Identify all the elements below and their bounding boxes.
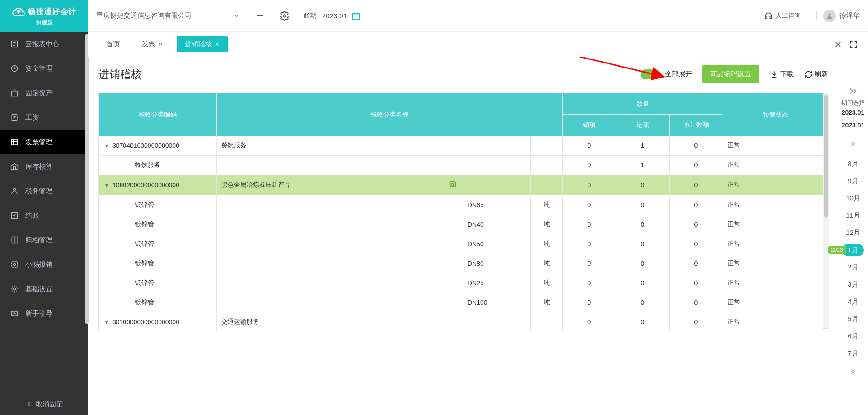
rail-down-icon[interactable] bbox=[848, 365, 858, 375]
table-row[interactable]: 餐饮服务010正常 bbox=[99, 156, 828, 175]
cell-out: 0 bbox=[563, 293, 616, 312]
cell-name bbox=[217, 156, 463, 175]
cell-spec bbox=[463, 175, 531, 195]
tab-close-icon[interactable]: ✕ bbox=[158, 41, 163, 48]
table-row[interactable]: ▾3070401000000000000餐饮服务010正常 bbox=[99, 136, 828, 156]
download-label: 下载 bbox=[780, 70, 794, 78]
sidebar-item-2[interactable]: 固定资产 bbox=[0, 81, 88, 105]
product-code-settings-button[interactable]: 商品编码设置 bbox=[702, 65, 759, 83]
cell-code: 镀锌管 bbox=[99, 234, 217, 254]
rail-up-icon[interactable] bbox=[848, 140, 858, 150]
rail-month-3月[interactable]: 3月 bbox=[848, 278, 858, 290]
th-status: 预警状态 bbox=[723, 93, 828, 136]
table-row[interactable]: 镀锌管DN25吨000正常 bbox=[99, 273, 828, 293]
rail-month-7月[interactable]: 7月 bbox=[848, 347, 858, 359]
year-badge: 2023 bbox=[828, 246, 846, 254]
download-icon bbox=[770, 70, 778, 78]
rail-month-10月[interactable]: 10月 bbox=[846, 192, 860, 204]
cell-sum: 0 bbox=[670, 254, 723, 273]
table-row[interactable]: ▾1080200000000000000黑色金属冶炼及压延产品000正常 bbox=[99, 175, 828, 195]
svg-rect-6 bbox=[11, 212, 17, 218]
calendar-icon[interactable] bbox=[352, 11, 361, 20]
tree-toggle-icon[interactable]: ▾ bbox=[103, 181, 110, 189]
cell-spec: DN65 bbox=[463, 195, 531, 215]
zoom-icon[interactable] bbox=[449, 181, 458, 190]
cell-sum: 0 bbox=[670, 195, 723, 215]
avatar[interactable] bbox=[823, 10, 836, 22]
nav-label: 工资 bbox=[25, 113, 39, 122]
cell-spec bbox=[463, 136, 531, 156]
cell-in: 0 bbox=[616, 175, 670, 195]
table-row[interactable]: 镀锌管DN80吨000正常 bbox=[99, 254, 828, 273]
tab-0[interactable]: 首页 bbox=[98, 36, 128, 52]
cell-spec: DN40 bbox=[463, 215, 531, 234]
rail-month-11月[interactable]: 11月 bbox=[846, 210, 860, 221]
rail-month-8月[interactable]: 8月 bbox=[848, 158, 858, 170]
cell-name bbox=[217, 215, 463, 234]
sidebar-item-6[interactable]: 税务管理 bbox=[0, 179, 88, 203]
nav-icon-10 bbox=[10, 284, 19, 293]
sidebar-item-3[interactable]: 工资 bbox=[0, 105, 88, 130]
user-icon bbox=[826, 12, 833, 20]
sidebar-item-1[interactable]: 资金管理 bbox=[0, 56, 88, 81]
table-row[interactable]: ▾3010000000000000000交通运输服务000正常 bbox=[99, 312, 828, 332]
tab-2[interactable]: 进销稽核✕ bbox=[177, 36, 228, 52]
sidebar-item-10[interactable]: 基础设置 bbox=[0, 277, 88, 301]
tab-close-icon[interactable]: ✕ bbox=[215, 41, 220, 48]
tree-toggle-icon[interactable]: ▾ bbox=[103, 318, 110, 326]
table-row[interactable]: 镀锌管DN40吨000正常 bbox=[99, 215, 828, 234]
cell-out: 0 bbox=[563, 254, 616, 273]
cell-sum: 0 bbox=[670, 156, 723, 175]
rail-month-6月[interactable]: 6月 bbox=[848, 330, 858, 342]
expand-all-toggle[interactable] bbox=[641, 69, 661, 79]
refresh-button[interactable]: 刷新 bbox=[805, 70, 828, 78]
sidebar-item-11[interactable]: 新手引导 bbox=[0, 301, 88, 326]
nav-icon-1 bbox=[10, 64, 19, 73]
rail-month-5月[interactable]: 5月 bbox=[848, 313, 858, 325]
table-row[interactable]: 镀锌管DN65吨000正常 bbox=[99, 195, 828, 215]
rail-month-12月[interactable]: 12月 bbox=[846, 227, 860, 239]
sidebar-item-8[interactable]: 归档管理 bbox=[0, 228, 88, 252]
cell-status: 正常 bbox=[723, 175, 828, 195]
cell-sum: 0 bbox=[670, 293, 723, 312]
rail-month-4月[interactable]: 4月 bbox=[848, 296, 858, 308]
gear-icon[interactable] bbox=[280, 11, 289, 21]
sidebar-item-9[interactable]: 小畅报销 bbox=[0, 252, 88, 277]
tabstrip: 首页发票✕进销稽核✕ bbox=[88, 32, 868, 57]
cell-out: 0 bbox=[563, 273, 616, 293]
cell-unit: 吨 bbox=[531, 234, 563, 254]
close-icon[interactable] bbox=[834, 40, 843, 49]
sidebar-item-0[interactable]: 云报表中心 bbox=[0, 32, 88, 56]
company-selector[interactable]: 重庆畅捷交通信息咨询有限公司 bbox=[96, 11, 241, 20]
rail-month-9月[interactable]: 9月 bbox=[848, 175, 858, 187]
tab-1[interactable]: 发票✕ bbox=[134, 36, 171, 52]
cell-code: 镀锌管 bbox=[99, 254, 217, 273]
table-row[interactable]: 镀锌管DN50吨000正常 bbox=[99, 234, 828, 254]
rail-collapse-icon[interactable] bbox=[848, 86, 858, 96]
nav-label: 基础设置 bbox=[25, 285, 53, 293]
rail-month-2月[interactable]: 2月 bbox=[848, 261, 858, 273]
cell-status: 正常 bbox=[723, 215, 828, 234]
download-button[interactable]: 下载 bbox=[770, 70, 794, 78]
nav-icon-2 bbox=[10, 88, 19, 98]
table-row[interactable]: 镀锌管DN100吨000正常 bbox=[99, 293, 828, 312]
cell-out: 0 bbox=[563, 195, 616, 215]
table-scrollbar[interactable] bbox=[823, 93, 829, 329]
sidebar-item-4[interactable]: 发票管理 bbox=[0, 130, 88, 154]
rail-month-1月[interactable]: 20231月 bbox=[842, 244, 863, 256]
nav-label: 归档管理 bbox=[25, 236, 53, 244]
fullscreen-icon[interactable] bbox=[849, 40, 858, 49]
cell-in: 0 bbox=[616, 254, 670, 273]
support-button[interactable]: 人工咨询 bbox=[764, 11, 801, 20]
cloud-upload-icon bbox=[12, 5, 25, 18]
nav-icon-4 bbox=[10, 137, 19, 146]
add-icon[interactable] bbox=[255, 11, 265, 21]
tree-toggle-icon[interactable]: ▾ bbox=[103, 142, 110, 149]
sidebar-collapse-toggle[interactable]: 取消固定 bbox=[0, 393, 88, 415]
sidebar-item-7[interactable]: 结账 bbox=[0, 203, 88, 228]
content: 进销稽核 全部展开 商品编码设置 下载 刷新 税收分类编码 税收分类名称 数量 … bbox=[88, 57, 838, 415]
company-name: 重庆畅捷交通信息咨询有限公司 bbox=[96, 11, 192, 20]
expand-all-label: 全部展开 bbox=[665, 70, 692, 78]
sidebar-item-5[interactable]: 库存核算 bbox=[0, 154, 88, 179]
cell-spec: DN50 bbox=[463, 234, 531, 254]
